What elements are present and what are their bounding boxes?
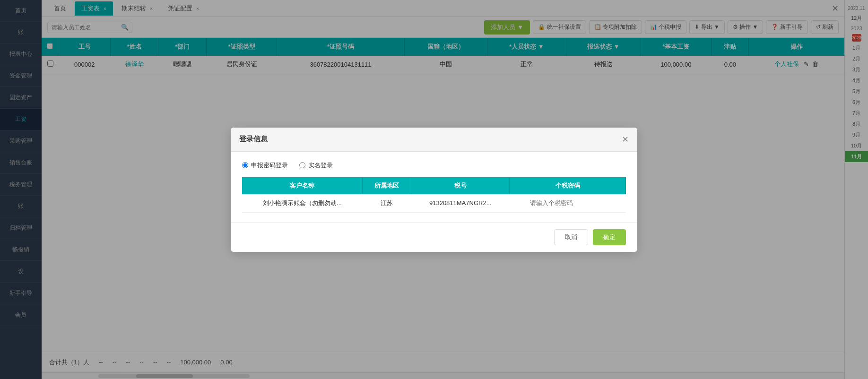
modal-row-region: 江苏 (363, 194, 411, 213)
modal-row-password (510, 194, 626, 213)
modal-close-button[interactable]: ✕ (622, 134, 629, 145)
modal-overlay: 登录信息 ✕ 申报密码登录 实名登录 客户名称 所属地区 (0, 0, 868, 379)
modal-th-region: 所属地区 (363, 177, 411, 194)
modal-table-row: 刘小艳演示账套（勿删勿动... 江苏 91320811MA7NGR2... (242, 194, 626, 213)
modal-th-taxno: 税号 (411, 177, 510, 194)
login-info-modal: 登录信息 ✕ 申报密码登录 实名登录 客户名称 所属地区 (231, 128, 637, 252)
modal-header: 登录信息 ✕ (231, 128, 637, 152)
modal-body: 申报密码登录 实名登录 客户名称 所属地区 税号 个税密码 (231, 152, 637, 222)
modal-row-name: 刘小艳演示账套（勿删勿动... (242, 194, 363, 213)
modal-table: 客户名称 所属地区 税号 个税密码 刘小艳演示账套（勿删勿动... 江苏 913… (242, 177, 626, 213)
radio-realname-input[interactable] (299, 162, 305, 168)
modal-row-taxno: 91320811MA7NGR2... (411, 194, 510, 213)
tax-password-input[interactable] (530, 199, 606, 207)
radio-realname-login[interactable]: 实名登录 (299, 161, 333, 170)
radio-password-login[interactable]: 申报密码登录 (242, 161, 288, 170)
modal-title: 登录信息 (239, 135, 268, 144)
cancel-button[interactable]: 取消 (554, 229, 588, 245)
radio-password-input[interactable] (242, 162, 248, 168)
modal-footer: 取消 确定 (231, 222, 637, 252)
modal-th-name: 客户名称 (242, 177, 363, 194)
modal-th-password: 个税密码 (510, 177, 626, 194)
confirm-button[interactable]: 确定 (593, 229, 626, 245)
radio-group: 申报密码登录 实名登录 (242, 161, 626, 170)
